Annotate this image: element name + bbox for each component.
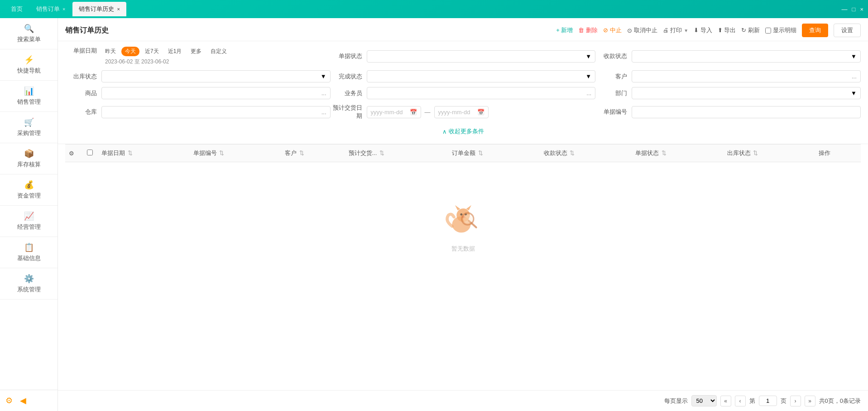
th-settings[interactable]: ⚙	[65, 145, 83, 162]
select-all-checkbox[interactable]	[87, 150, 93, 155]
sidebar-item-system[interactable]: ⚙️ 系统管理	[0, 268, 58, 300]
print-button[interactable]: 🖨 打印 ▼	[663, 26, 689, 34]
warehouse-label: 仓库	[65, 108, 101, 116]
page-header: 销售订单历史 + 新增 🗑 删除 ⊘ 中止 ⊙ 取消中止 🖨 打印 ▼ ⬇ 导入…	[58, 18, 868, 41]
date-tab-custom[interactable]: 自定义	[207, 47, 230, 56]
import-button[interactable]: ⬇ 导入	[694, 26, 712, 34]
collapse-button[interactable]: ∧ 收起更多条件	[65, 125, 861, 138]
calendar-to-icon[interactable]: 📅	[477, 109, 484, 116]
delivery-date-to[interactable]: yyyy-mm-dd 📅	[434, 106, 489, 118]
date-tab-today[interactable]: 今天	[121, 47, 139, 56]
filter-row-2: 出库状态 ▼ 完成状态 ▼ 客户	[65, 70, 861, 82]
th-check[interactable]	[83, 145, 98, 162]
new-button[interactable]: + 新增	[556, 26, 573, 34]
empty-text: 暂无数据	[451, 245, 475, 253]
th-no[interactable]: 单据编号 ⇅	[190, 145, 282, 162]
inventory-icon: 📦	[24, 149, 34, 159]
maximize-button[interactable]: □	[852, 6, 856, 13]
payment-status-select[interactable]: ▼	[632, 50, 861, 63]
page-title: 销售订单历史	[65, 26, 109, 35]
purchase-icon: 🛒	[24, 117, 34, 127]
tab-sales-order[interactable]: 销售订单 ×	[30, 2, 72, 16]
th-delivery[interactable]: 预计交货... ⇅	[345, 145, 449, 162]
warehouse-input[interactable]: ...	[101, 106, 331, 118]
sidebar-item-search-menu[interactable]: 🔍 搜索菜单	[0, 18, 58, 49]
close-tab-sales-history[interactable]: ×	[117, 6, 120, 12]
sidebar-item-label: 经营管理	[17, 223, 41, 231]
sidebar-item-quick-nav[interactable]: ⚡ 快捷导航	[0, 49, 58, 81]
setting-button[interactable]: 设置	[834, 24, 861, 37]
sidebar-item-basic-info[interactable]: 📋 基础信息	[0, 237, 58, 268]
export-button[interactable]: ⬆ 导出	[718, 26, 736, 34]
sidebar-item-label: 基础信息	[17, 254, 41, 262]
date-tab-more[interactable]: 更多	[187, 47, 205, 56]
order-no-input[interactable]	[632, 106, 861, 118]
date-tab-1month[interactable]: 近1月	[164, 47, 186, 56]
salesperson-input[interactable]: ...	[367, 87, 596, 99]
refresh-button[interactable]: ↻ 刷新	[741, 26, 760, 34]
show-details-checkbox[interactable]: 显示明细	[765, 26, 796, 34]
completion-status-select[interactable]: ▼	[367, 70, 596, 82]
th-order-status[interactable]: 单据状态 ⇅	[632, 145, 724, 162]
data-table: ⚙ 单据日期 ⇅ 单据编号 ⇅ 客户 ⇅	[65, 144, 861, 289]
sidebar-item-label: 库存核算	[17, 160, 41, 169]
goods-label: 商品	[65, 89, 101, 97]
per-page-select[interactable]: 50 10 20 100	[691, 395, 717, 406]
warehouse-status-chevron: ▼	[321, 73, 326, 80]
system-icon: ⚙️	[24, 274, 34, 284]
sidebar-item-purchase[interactable]: 🛒 采购管理	[0, 112, 58, 143]
warehouse-status-select[interactable]: ▼	[101, 70, 331, 82]
sidebar-item-inventory[interactable]: 📦 库存核算	[0, 143, 58, 174]
operations-icon: 📈	[24, 211, 34, 221]
sidebar-item-finance[interactable]: 💰 资金管理	[0, 174, 58, 206]
delivery-date-from[interactable]: yyyy-mm-dd 📅	[367, 106, 421, 118]
quick-nav-icon: ⚡	[24, 55, 34, 65]
svg-marker-2	[455, 205, 460, 210]
payment-status-chevron: ▼	[851, 53, 857, 60]
sidebar-settings-icon[interactable]: ⚙	[5, 396, 13, 406]
page-input[interactable]	[759, 396, 777, 406]
sales-icon: 📊	[24, 86, 34, 96]
order-status-select[interactable]: ▼	[367, 50, 596, 63]
th-date[interactable]: 单据日期 ⇅	[98, 145, 190, 162]
date-tab-yesterday[interactable]: 昨天	[101, 47, 120, 56]
search-menu-icon: 🔍	[24, 24, 34, 34]
payment-status-label: 收款状态	[595, 52, 632, 60]
page-next-button[interactable]: ›	[790, 396, 801, 406]
page-first-button[interactable]: «	[720, 396, 731, 406]
filter-row-1: 单据日期 昨天 今天 近7天 近1月 更多 自定义 2023-06-02 至 2…	[65, 47, 861, 66]
order-no-label: 单据编号	[595, 108, 632, 116]
goods-input[interactable]: ...	[101, 87, 331, 99]
calendar-from-icon[interactable]: 📅	[410, 109, 417, 116]
cancel-stop-button[interactable]: ⊙ 取消中止	[627, 26, 657, 34]
total-text: 共0页，0条记录	[819, 397, 861, 405]
top-bar: 首页 销售订单 × 销售订单历史 × — □ ×	[0, 0, 868, 18]
goods-ellipsis: ...	[321, 90, 326, 97]
th-amount[interactable]: 订单金额 ⇅	[448, 145, 540, 162]
page-prev-button[interactable]: ‹	[735, 396, 746, 406]
sidebar-item-sales[interactable]: 📊 销售管理	[0, 81, 58, 112]
stop-button[interactable]: ⊘ 中止	[603, 26, 622, 34]
page-last-button[interactable]: »	[805, 396, 815, 406]
filter-area: 单据日期 昨天 今天 近7天 近1月 更多 自定义 2023-06-02 至 2…	[58, 41, 868, 144]
th-operation: 操作	[815, 145, 861, 162]
delete-button[interactable]: 🗑 删除	[578, 26, 598, 34]
th-warehouse-status[interactable]: 出库状态 ⇅	[724, 145, 815, 162]
empty-state: 暂无数据	[65, 162, 861, 289]
close-window-button[interactable]: ×	[860, 6, 863, 13]
table-container: ⚙ 单据日期 ⇅ 单据编号 ⇅ 客户 ⇅	[58, 144, 868, 390]
th-customer[interactable]: 客户 ⇅	[281, 145, 345, 162]
page-label: 第	[749, 397, 755, 405]
date-tab-7days[interactable]: 近7天	[141, 47, 163, 56]
sidebar-item-operations[interactable]: 📈 经营管理	[0, 206, 58, 237]
sidebar-collapse-icon[interactable]: ◀	[20, 396, 26, 406]
minimize-button[interactable]: —	[842, 6, 848, 13]
close-tab-sales-order[interactable]: ×	[62, 6, 65, 12]
th-payment-status[interactable]: 收款状态 ⇅	[540, 145, 632, 162]
department-select[interactable]: ▼	[632, 87, 861, 99]
finance-icon: 💰	[24, 180, 34, 190]
tab-sales-order-history[interactable]: 销售订单历史 ×	[72, 2, 126, 16]
query-button[interactable]: 查询	[802, 24, 828, 37]
customer-input[interactable]: ...	[632, 70, 861, 82]
tab-home[interactable]: 首页	[5, 2, 29, 16]
